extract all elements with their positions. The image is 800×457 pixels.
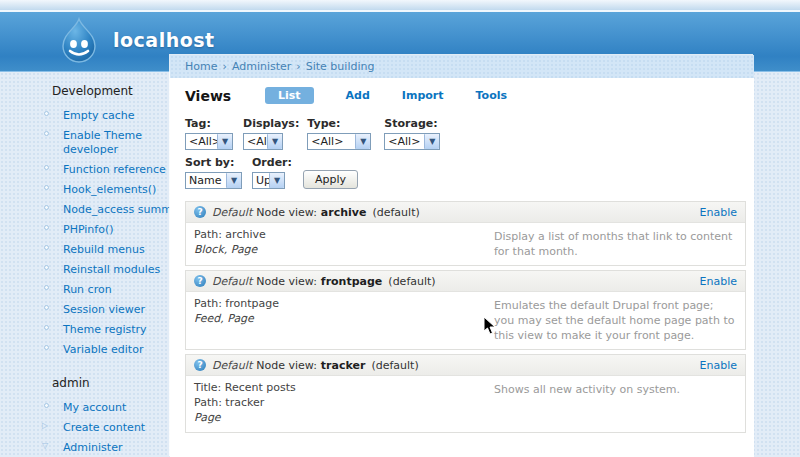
tag-select[interactable]: <All>▼ xyxy=(185,133,233,150)
order-select-value: Up xyxy=(253,173,269,188)
view-type-badge: Default xyxy=(212,275,252,288)
view-kind: Node view: xyxy=(256,206,317,219)
sidebar-section-admin: admin xyxy=(0,376,170,390)
sidebar-item-theme-registry[interactable]: Theme registry xyxy=(0,320,170,340)
bullet-icon xyxy=(44,345,49,350)
help-icon[interactable]: ? xyxy=(194,359,206,371)
view-suffix: (default) xyxy=(372,206,419,219)
dropdown-arrow-icon[interactable]: ▼ xyxy=(226,173,241,188)
filter-sort: Sort by: Name▼ xyxy=(185,156,242,189)
sidebar-item-function-reference[interactable]: Function reference xyxy=(0,160,170,180)
view-info: Title: Recent posts Path: tracker Page xyxy=(194,380,494,426)
enable-link[interactable]: Enable xyxy=(700,275,737,288)
expanded-arrow-icon: ▽ xyxy=(42,441,48,451)
view-displays: Page xyxy=(194,410,494,425)
view-row-tracker: ? Default Node view: tracker (default) E… xyxy=(185,354,746,433)
view-path: Path: tracker xyxy=(194,395,494,410)
order-select[interactable]: Up▼ xyxy=(252,172,285,189)
view-info: Path: archive Block, Page xyxy=(194,227,494,259)
view-row-header: ? Default Node view: frontpage (default)… xyxy=(186,271,745,292)
sort-by-label: Sort by: xyxy=(185,156,242,169)
sidebar-item-session-viewer[interactable]: Session viewer xyxy=(0,300,170,320)
breadcrumb-site-building[interactable]: Site building xyxy=(306,60,375,73)
bullet-icon xyxy=(44,165,49,170)
views-filters: Tag: <All>▼ Displays: <All>▼ Type: <All>… xyxy=(185,117,746,189)
view-displays: Feed, Page xyxy=(194,311,494,326)
help-icon[interactable]: ? xyxy=(194,275,206,287)
sort-by-select[interactable]: Name▼ xyxy=(185,172,242,189)
breadcrumb-home[interactable]: Home xyxy=(185,60,217,73)
view-path: Path: frontpage xyxy=(194,296,494,311)
tab-tools[interactable]: Tools xyxy=(476,89,507,102)
storage-select[interactable]: <All>▼ xyxy=(384,133,440,150)
view-type-badge: Default xyxy=(212,359,252,372)
view-row-header: ? Default Node view: archive (default) E… xyxy=(186,202,745,223)
sidebar-item-rebuild-menus[interactable]: Rebuild menus xyxy=(0,240,170,260)
type-select[interactable]: <All>▼ xyxy=(307,133,371,150)
sidebar-item-administer[interactable]: ▽Administer xyxy=(0,438,170,457)
view-row-header: ? Default Node view: tracker (default) E… xyxy=(186,355,745,376)
displays-select-value: <All> xyxy=(244,134,267,149)
content-panel: Home›Administer›Site building Views List… xyxy=(170,55,754,457)
view-title: Title: Recent posts xyxy=(194,380,494,395)
view-name: archive xyxy=(321,206,367,219)
sidebar-item-node-access-summary[interactable]: Node_access summary xyxy=(0,200,170,220)
type-label: Type: xyxy=(307,117,371,130)
dropdown-arrow-icon[interactable]: ▼ xyxy=(267,134,282,149)
sidebar-section-development: Development xyxy=(0,84,170,98)
breadcrumb-administer[interactable]: Administer xyxy=(232,60,291,73)
dropdown-arrow-icon[interactable]: ▼ xyxy=(269,173,284,188)
sidebar-nav-development: Empty cache Enable Theme developer Funct… xyxy=(0,106,170,360)
view-displays: Block, Page xyxy=(194,242,494,257)
breadcrumb-separator: › xyxy=(296,60,300,73)
dropdown-arrow-icon[interactable]: ▼ xyxy=(217,134,232,149)
tab-bar: List Add Import Tools xyxy=(265,87,507,104)
bullet-icon xyxy=(44,403,49,408)
sidebar-item-my-account[interactable]: My account xyxy=(0,398,170,418)
sidebar-item-reinstall-modules[interactable]: Reinstall modules xyxy=(0,260,170,280)
sidebar-item-enable-theme-developer[interactable]: Enable Theme developer xyxy=(0,126,170,160)
bullet-icon xyxy=(44,205,49,210)
filter-tag: Tag: <All>▼ xyxy=(185,117,233,150)
sidebar-item-variable-editor[interactable]: Variable editor xyxy=(0,340,170,360)
filter-storage: Storage: <All>▼ xyxy=(384,117,440,150)
tag-label: Tag: xyxy=(185,117,233,130)
view-description: Display a list of months that link to co… xyxy=(494,227,737,259)
bullet-icon xyxy=(44,225,49,230)
tab-import[interactable]: Import xyxy=(402,89,444,102)
enable-link[interactable]: Enable xyxy=(700,206,737,219)
collapsed-arrow-icon: ▷ xyxy=(42,421,48,431)
dropdown-arrow-icon[interactable]: ▼ xyxy=(424,134,439,149)
dropdown-arrow-icon[interactable]: ▼ xyxy=(355,134,370,149)
bullet-icon xyxy=(44,245,49,250)
apply-button[interactable]: Apply xyxy=(303,170,358,189)
drupal-logo[interactable] xyxy=(53,15,105,74)
view-description: Emulates the default Drupal front page; … xyxy=(494,296,737,343)
sidebar-item-phpinfo[interactable]: PHPinfo() xyxy=(0,220,170,240)
top-strip xyxy=(0,0,800,10)
view-description: Shows all new activity on system. xyxy=(494,380,737,426)
sidebar-item-run-cron[interactable]: Run cron xyxy=(0,280,170,300)
site-name[interactable]: localhost xyxy=(113,29,215,51)
filter-order: Order: Up▼ xyxy=(252,156,292,189)
view-row-frontpage: ? Default Node view: frontpage (default)… xyxy=(185,270,746,350)
enable-link[interactable]: Enable xyxy=(700,359,737,372)
tab-add[interactable]: Add xyxy=(346,89,370,102)
sidebar-item-empty-cache[interactable]: Empty cache xyxy=(0,106,170,126)
sidebar-item-create-content[interactable]: ▷Create content xyxy=(0,418,170,438)
bullet-icon xyxy=(44,265,49,270)
sidebar-item-hook-elements[interactable]: Hook_elements() xyxy=(0,180,170,200)
type-select-value: <All> xyxy=(308,134,355,149)
tab-list[interactable]: List xyxy=(265,87,314,104)
displays-select[interactable]: <All>▼ xyxy=(243,133,283,150)
view-kind: Node view: xyxy=(256,275,317,288)
breadcrumb-separator: › xyxy=(222,60,226,73)
bullet-icon xyxy=(44,305,49,310)
bullet-icon xyxy=(44,325,49,330)
view-suffix: (default) xyxy=(388,275,435,288)
storage-select-value: <All> xyxy=(385,134,424,149)
view-kind: Node view: xyxy=(256,359,317,372)
help-icon[interactable]: ? xyxy=(194,206,206,218)
view-name: tracker xyxy=(321,359,366,372)
filter-type: Type: <All>▼ xyxy=(307,117,371,150)
